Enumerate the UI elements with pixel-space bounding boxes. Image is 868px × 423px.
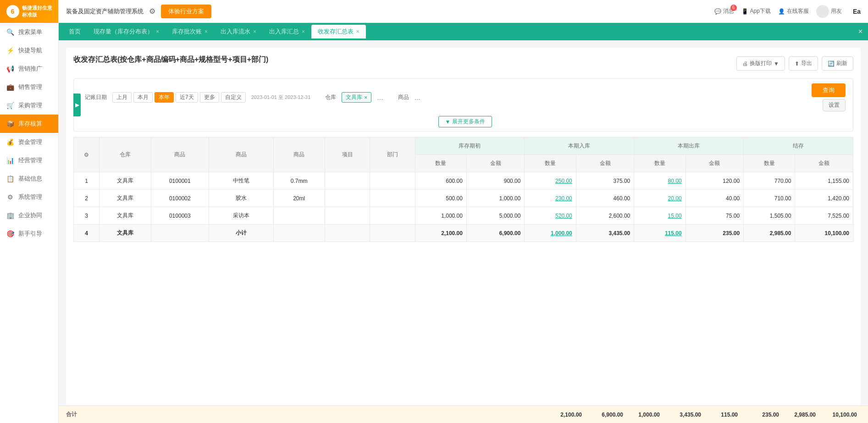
operations-icon: 📊 [6,156,15,165]
phone-icon: 📱 [741,8,748,15]
search-icon: 🔍 [6,27,15,37]
total-open-qty: 2,100.00 [549,412,586,418]
sidebar-label-finance: 资金管理 [18,138,42,146]
tab-close-inout-flow[interactable]: × [253,28,256,35]
tab-close-inout-summary[interactable]: × [302,28,305,35]
refresh-icon: 🔄 [828,60,835,67]
warehouse-filter-label: 仓库 [325,93,336,101]
subtotal-out-qty[interactable]: 115.00 [634,225,686,242]
tab-label-inout-flow: 出入库流水 [221,27,250,36]
service-icon: 👤 [778,8,785,15]
warehouse-dots[interactable]: ... [377,93,383,102]
th-close-qty: 数量 [744,155,795,172]
row-2-in-qty[interactable]: 520.00 [525,207,576,225]
row-1-out-qty[interactable]: 20.00 [634,190,686,207]
total-in-amt: 3,435.00 [663,412,705,418]
sidebar-item-quick-nav[interactable]: ⚡ 快捷导航 [0,41,58,60]
tab-batch[interactable]: 库存批次账× [166,25,214,38]
message-badge: 6 [730,5,737,11]
row-1-in-qty[interactable]: 230.00 [525,190,576,207]
sidebar-item-operations[interactable]: 📊 经营管理 [0,151,58,170]
sidebar-label-marketing: 营销推广 [18,65,42,73]
date-btn-this-month[interactable]: 本月 [133,92,153,103]
sidebar-item-purchase[interactable]: 🛒 采购管理 [0,96,58,115]
row-2-spec [273,207,325,225]
tab-close-inventory-dist[interactable]: × [156,28,159,35]
tab-label-inout-summary: 出入库汇总 [269,27,299,36]
row-0-out-qty[interactable]: 80.00 [634,172,686,190]
export-label: 导出 [801,60,812,67]
tab-home[interactable]: 首页 [62,25,87,38]
sidebar-item-finance[interactable]: 💰 资金管理 [0,133,58,151]
filter-collapse-button[interactable]: ▶ [73,93,81,116]
row-2-index: 3 [74,207,100,225]
th-warehouse: 仓库 [100,137,151,172]
experience-button[interactable]: 体验行业方案 [161,5,211,18]
tab-inout-flow[interactable]: 出入库流水× [214,25,263,38]
print-icon: 🖨 [742,60,748,67]
table-settings-icon[interactable]: ⚙ [84,152,89,158]
finance-icon: 💰 [6,137,15,147]
refresh-button[interactable]: 🔄 刷新 [822,56,853,71]
system-icon: ⚙ [6,192,15,202]
sidebar-item-basic[interactable]: 📋 基础信息 [0,170,58,188]
date-btn-this-year[interactable]: 本年 [155,92,174,103]
sidebar-item-inventory[interactable]: 📦 库存核算 [0,115,58,133]
sidebar-item-marketing[interactable]: 📢 营销推广 [0,60,58,78]
topbar-right: 💬 消息 6 📱 App下载 👤 在线客服 用友 Ea [714,5,861,18]
export-button[interactable]: ⬆ 导出 [789,56,818,71]
row-2-name: 采访本 [209,207,273,225]
th-opening-group: 库存期初 [415,137,525,155]
date-btn-custom[interactable]: 自定义 [221,92,246,103]
settings-button[interactable]: 设置 [823,99,846,111]
sidebar-item-enterprise[interactable]: 🏢 企业协同 [0,206,58,225]
date-btn-last-month[interactable]: 上月 [112,92,132,103]
total-open-amt: 6,900.00 [586,412,627,418]
tab-inout-summary[interactable]: 出入库汇总× [263,25,311,38]
subtotal-in-qty[interactable]: 1,000.00 [525,225,576,242]
message-button[interactable]: 💬 消息 6 [714,7,734,15]
user-menu[interactable]: 用友 [816,5,842,18]
topbar: 装备及固定资产辅助管理系统 ⚙ 体验行业方案 💬 消息 6 📱 App下载 👤 … [59,0,868,23]
print-button[interactable]: 🖨 换版打印 ▼ [736,56,785,71]
settings-col-header[interactable]: ⚙ [74,137,100,172]
app-download-button[interactable]: 📱 App下载 [741,7,771,15]
row-0-in-qty[interactable]: 250.00 [525,172,576,190]
tab-receive-summary[interactable]: 收发存汇总表× [311,25,366,38]
gear-icon[interactable]: ⚙ [149,7,155,16]
sidebar-item-guide[interactable]: 🎯 新手引导 [0,225,58,243]
th-name: 商品 [209,137,273,172]
row-0-name: 中性笔 [209,172,273,190]
row-1-code: 0100002 [151,190,209,207]
sidebar-item-sales[interactable]: 💼 销售管理 [0,78,58,96]
warehouse-tag-close[interactable]: × [364,94,367,101]
tab-close-batch[interactable]: × [205,28,208,35]
date-btn-7days[interactable]: 近7天 [176,92,198,103]
sidebar-item-system[interactable]: ⚙ 系统管理 [0,188,58,206]
row-2-out-qty[interactable]: 15.00 [634,207,686,225]
export-icon: ⬆ [795,60,799,67]
row-0-spec: 0.7mm [273,172,325,190]
subtotal-row: 4 文具库 小计 2,100.00 6,900.00 1,000.00 3,43… [74,225,853,242]
row-0-warehouse: 文具库 [100,172,151,190]
row-2-open-qty: 1,000.00 [415,207,466,225]
tab-inventory-dist[interactable]: 现存量（库存分布表）× [87,25,166,38]
query-button[interactable]: 查询 [812,83,846,97]
tab-bar: 首页现存量（库存分布表）×库存批次账×出入库流水×出入库汇总×收发存汇总表×× [59,23,868,40]
table-row: 1 文具库 0100001 中性笔 0.7mm 600.00 900.00 25… [74,172,853,190]
product-dots[interactable]: ... [415,93,420,102]
subtotal-open-qty: 2,100.00 [415,225,466,242]
tab-bar-close-button[interactable]: × [857,26,864,38]
date-btn-more[interactable]: 更多 [200,92,219,103]
table-row: 2 文具库 0100002 胶水 20ml 500.00 1,000.00 23… [74,190,853,207]
row-0-dept [370,172,415,190]
basic-icon: 📋 [6,174,15,183]
total-close-amt: 10,100.00 [819,412,861,418]
expand-conditions-button[interactable]: ▼ 展开更多条件 [438,116,492,127]
tab-close-receive-summary[interactable]: × [356,28,359,35]
sidebar-label-basic: 基础信息 [18,175,42,183]
row-0-open-amt: 900.00 [466,172,524,190]
subtotal-dept [370,225,415,242]
online-service-button[interactable]: 👤 在线客服 [778,7,809,15]
sidebar-item-search[interactable]: 🔍 搜索菜单 [0,23,58,41]
